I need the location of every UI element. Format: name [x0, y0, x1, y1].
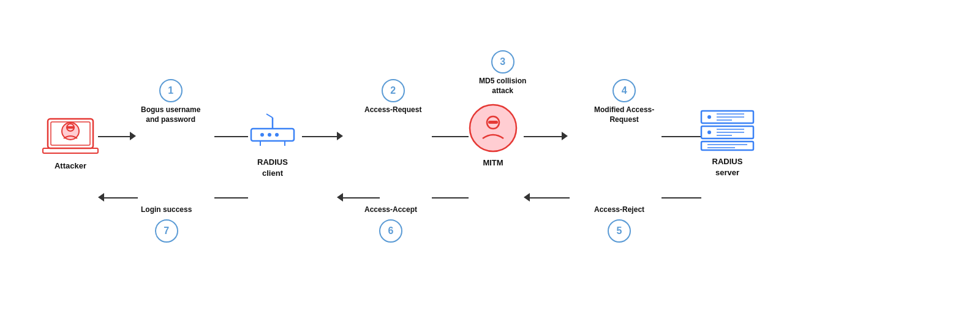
arrow2-line2 — [432, 136, 469, 137]
arrow1-line — [98, 136, 132, 137]
radius-server-icon — [698, 108, 756, 154]
svg-point-11 — [275, 133, 279, 137]
mitm-label: MITM — [483, 158, 503, 167]
step6-label: Access-Accept — [364, 205, 417, 215]
arrow5-head — [337, 193, 343, 202]
radius-client-node: RADIUSclient — [245, 112, 300, 179]
arrow2-head — [337, 132, 343, 140]
attacker-icon — [43, 113, 98, 159]
step7-container: Login success 7 — [141, 205, 192, 243]
step7-bubble: 7 — [155, 219, 178, 243]
radius-server-node: RADIUSserver — [698, 108, 756, 178]
step6-container: Access-Accept 6 — [364, 205, 417, 243]
step3-label: MD5 collisionattack — [479, 76, 526, 97]
radius-server-label: RADIUSserver — [712, 156, 743, 178]
step2-label: Access-Request — [364, 105, 421, 115]
step1-bubble: 1 — [159, 79, 183, 102]
step3-bubble: 3 — [491, 50, 514, 74]
arrow6-line2 — [104, 197, 138, 199]
arrow6-head — [98, 193, 104, 202]
diagram-container: Attacker 1 Bogus usernameand password — [0, 0, 980, 329]
arrow4-line1 — [662, 197, 701, 199]
step5-bubble: 5 — [608, 219, 631, 243]
step7-label: Login success — [141, 205, 192, 215]
step4-container: 4 Modified Access-Request — [594, 79, 654, 126]
radius-client-icon — [245, 112, 300, 154]
arrow4-head — [524, 193, 530, 202]
radius-client-label: RADIUSclient — [257, 157, 288, 179]
mitm-node: MITM — [466, 100, 521, 167]
svg-point-23 — [707, 130, 711, 134]
arrow2-line1 — [302, 136, 339, 137]
attacker-node: Attacker — [43, 113, 98, 170]
step4-bubble: 4 — [612, 79, 636, 102]
arrow5-line2 — [343, 197, 380, 199]
step6-bubble: 6 — [379, 219, 402, 243]
step1-label: Bogus usernameand password — [141, 105, 200, 126]
svg-rect-5 — [66, 126, 75, 129]
arrow3-head — [562, 132, 568, 140]
arrow5-line1 — [432, 197, 469, 199]
svg-point-10 — [268, 133, 271, 137]
step5-label: Access-Reject — [594, 205, 644, 215]
step5-container: Access-Reject 5 — [594, 205, 644, 243]
svg-line-8 — [266, 114, 273, 118]
arrow1-head — [130, 132, 136, 140]
svg-rect-16 — [488, 121, 498, 124]
step3-container: 3 MD5 collisionattack — [479, 50, 526, 97]
svg-point-9 — [260, 133, 264, 137]
mitm-icon — [466, 100, 521, 156]
step4-label: Modified Access-Request — [594, 105, 654, 126]
arrow1-line2 — [214, 136, 248, 137]
arrow4-line2 — [530, 197, 570, 199]
step2-bubble: 2 — [382, 79, 405, 102]
step1-container: 1 Bogus usernameand password — [141, 79, 200, 126]
arrow6-line1 — [214, 197, 248, 199]
attacker-label: Attacker — [55, 161, 86, 170]
arrow3-line1 — [524, 136, 564, 137]
svg-rect-6 — [251, 129, 294, 141]
svg-point-18 — [707, 115, 711, 119]
arrow3-line2 — [662, 136, 701, 137]
svg-rect-27 — [701, 142, 753, 150]
step2-container: 2 Access-Request — [364, 79, 421, 115]
